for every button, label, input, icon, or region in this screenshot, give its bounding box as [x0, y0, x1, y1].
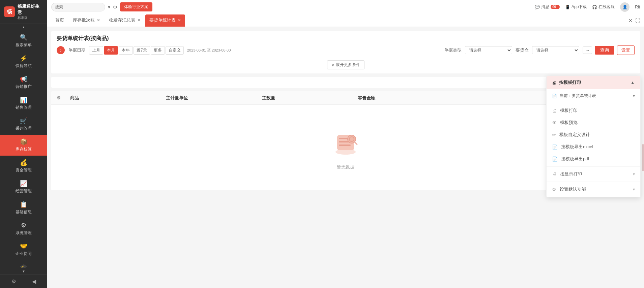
message-icon: 💬	[535, 5, 540, 9]
set-default-arrow: ▾	[633, 187, 635, 192]
dropdown-item-set-default[interactable]: ⚙ 设置默认功能 ▾	[547, 183, 640, 195]
tab-order-stats[interactable]: 要货单统计表 ✕	[145, 14, 185, 27]
type-select[interactable]: 请选择	[465, 46, 512, 54]
sales-icon: 📊	[20, 96, 27, 104]
display-print-icon: 🖨	[552, 171, 557, 177]
dropdown-current-section: 📄 当前：要货单统计表 ▾	[547, 89, 640, 103]
topbar-search-input[interactable]	[51, 3, 105, 11]
sidebar-item-basic-info[interactable]: 📋 基础信息	[0, 197, 47, 218]
table-col-quantity: 主数量	[259, 95, 355, 101]
tab-batch-account[interactable]: 库存批次账 ✕	[69, 14, 104, 27]
topbar-dropdown-btn[interactable]: ▾	[108, 4, 110, 10]
tab-stock-summary[interactable]: 收发存汇总表 ✕	[105, 14, 145, 27]
sidebar-item-inventory[interactable]: 📦 库存核算	[0, 135, 47, 156]
download-icon: 📱	[565, 5, 570, 9]
avatar-placeholder: 👤	[622, 5, 627, 9]
set-default-icon: ⚙	[552, 187, 556, 192]
table-col-unit: 主计量单位	[163, 95, 259, 101]
query-btn[interactable]: 查询	[595, 46, 614, 55]
expand-more-conditions-btn[interactable]: ∨ 展开更多条件	[327, 60, 364, 69]
sidebar-item-label: 快捷导航	[16, 63, 32, 69]
design-label: 模板自定义设计	[559, 132, 635, 138]
sidebar-item-label: 搜索菜单	[16, 42, 32, 48]
avatar[interactable]: 👤	[620, 2, 630, 12]
tabs-actions: ✕ ⛶	[628, 18, 640, 23]
right-scrollbar[interactable]	[642, 144, 644, 171]
date-range: 2023-06-01 至 2023-06-30	[187, 48, 231, 53]
sidebar-item-purchase[interactable]: 🛒 采购管理	[0, 114, 47, 135]
sidebar-item-finance[interactable]: 💰 资金管理	[0, 156, 47, 177]
date-tab-7days[interactable]: 近7天	[134, 46, 150, 55]
tabs-close-btn[interactable]: ✕	[628, 18, 633, 23]
sidebar-item-newbie[interactable]: 🎓 新手引导	[0, 260, 47, 268]
empty-text: 暂无数据	[337, 164, 354, 170]
filter-bar: › 单据日期 上月 本月 本年 近7天 更多 自定义 2023-06-01 至 …	[57, 45, 635, 55]
tab-home[interactable]: 首页	[51, 14, 68, 27]
sidebar-item-marketing[interactable]: 📢 营销推广	[0, 72, 47, 93]
sidebar-item-sales[interactable]: 📊 销售管理	[0, 93, 47, 114]
scroll-up-arrow[interactable]: ▲	[22, 25, 25, 29]
sidebar-item-operations[interactable]: 📈 经营管理	[0, 177, 47, 197]
excel-icon: 📄	[552, 144, 558, 150]
sidebar-item-label: 系统管理	[16, 230, 32, 236]
topbar-online-service[interactable]: 🎧 在线客服	[592, 4, 615, 10]
date-tab-last-month[interactable]: 上月	[89, 46, 103, 55]
filter-more-btn[interactable]: ···	[583, 46, 592, 54]
dropdown-item-display-print[interactable]: 🖨 按显示打印 ▾	[547, 168, 640, 180]
topbar-app-download[interactable]: 📱 App下载	[565, 4, 587, 10]
search-menu-icon: 🔍	[20, 34, 27, 41]
dropdown-close-btn[interactable]: ▲	[630, 80, 635, 85]
sidebar-scroll-up[interactable]: ▲	[0, 24, 47, 30]
date-tab-this-year[interactable]: 本年	[119, 46, 133, 55]
current-arrow: ▾	[633, 94, 635, 98]
sidebar-item-enterprise[interactable]: 🤝 企业协同	[0, 239, 47, 260]
quicknav-icon: ⚡	[20, 55, 27, 62]
sidebar-collapse-btn[interactable]: ◀	[32, 278, 36, 285]
settings-icon[interactable]: ⚙	[57, 95, 61, 100]
display-print-label: 按显示打印	[560, 171, 630, 177]
date-tab-custom[interactable]: 自定义	[166, 46, 184, 55]
topbar-trial-btn[interactable]: 体验行业方案	[120, 2, 152, 11]
warehouse-select[interactable]: 请选择	[532, 46, 579, 54]
page-content: 要货单统计表(按商品) › 单据日期 上月 本月 本年 近7天 更多 自定义 2…	[47, 27, 644, 288]
sidebar-footer: ⚙ ◀	[0, 275, 47, 288]
sidebar-item-search[interactable]: 🔍 搜索菜单	[0, 30, 47, 51]
sidebar-item-quicknav[interactable]: ⚡ 快捷导航	[0, 51, 47, 72]
print-dropdown: 🖨 按模板打印 ▲ 📄 当前：要货单统计表 ▾ 🖨 模板打印	[546, 76, 641, 197]
page-title: 要货单统计表(按商品)	[57, 35, 635, 42]
template-icon: 📄	[552, 94, 557, 98]
dropdown-item-design[interactable]: ✏ 模板自定义设计	[547, 129, 640, 141]
purchase-icon: 🛒	[20, 117, 27, 125]
filter-expand-btn[interactable]: ›	[57, 46, 65, 54]
dropdown-header-left: 🖨 按模板打印	[552, 79, 581, 86]
operations-icon: 📈	[20, 180, 27, 187]
table-col-settings[interactable]: ⚙	[54, 95, 67, 100]
dropdown-item-print[interactable]: 🖨 模板打印	[547, 104, 640, 117]
table-col-product: 商品	[67, 95, 163, 101]
dropdown-template-section: 🖨 模板打印 👁 模板预览 ✏ 模板自定义设计 📄 按模板导出excel 📄	[547, 103, 640, 167]
tabs-expand-btn[interactable]: ⛶	[635, 18, 640, 23]
date-tab-this-month[interactable]: 本月	[104, 46, 118, 55]
sidebar-item-label: 采购管理	[16, 126, 32, 131]
service-icon: 🎧	[592, 5, 597, 9]
tabs-bar: 首页 库存批次账 ✕ 收发存汇总表 ✕ 要货单统计表 ✕ ✕ ⛶	[47, 14, 644, 27]
dropdown-header: 🖨 按模板打印 ▲	[547, 76, 640, 89]
dropdown-item-export-pdf[interactable]: 📄 按模板导出pdf	[547, 153, 640, 165]
date-tab-more[interactable]: 更多	[151, 46, 165, 55]
date-label: 单据日期	[68, 47, 86, 53]
tab-close-batch[interactable]: ✕	[97, 18, 100, 23]
dropdown-item-preview[interactable]: 👁 模板预览	[547, 117, 640, 129]
tab-close-stock[interactable]: ✕	[137, 18, 141, 23]
sidebar-item-system[interactable]: ⚙ 系统管理	[0, 218, 47, 239]
tab-close-order[interactable]: ✕	[178, 18, 181, 23]
sidebar-settings-btn[interactable]: ⚙	[11, 278, 16, 285]
dropdown-item-export-excel[interactable]: 📄 按模板导出excel	[547, 141, 640, 153]
scroll-down-arrow[interactable]: ▼	[22, 269, 25, 273]
topbar-settings-btn[interactable]: ⚙	[113, 4, 117, 10]
sidebar-scroll-down[interactable]: ▼	[0, 268, 47, 275]
app-name: 畅康通好生意 标准版	[18, 3, 43, 20]
settings-btn[interactable]: 设置	[617, 45, 635, 55]
sidebar-logo: 畅 畅康通好生意 标准版	[0, 0, 47, 24]
topbar-messages[interactable]: 💬 消息 99+	[535, 4, 560, 10]
sidebar-item-label: 库存核算	[16, 147, 32, 152]
